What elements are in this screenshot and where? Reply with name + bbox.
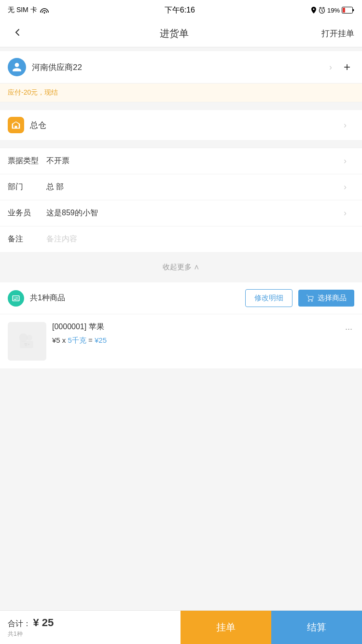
- product-section: 共1种商品 修改明细 选择商品 管+ [0000001] 苹果 ¥5: [0, 282, 362, 368]
- collapse-bar[interactable]: 收起更多 ∧: [0, 256, 362, 279]
- supplier-row[interactable]: 河南供应商22 › +: [0, 51, 362, 84]
- remark-input[interactable]: 备注内容: [46, 234, 354, 244]
- cart-icon: [306, 294, 315, 302]
- alarm-icon: [319, 7, 325, 14]
- svg-point-3: [19, 334, 28, 342]
- supplier-chevron: ›: [329, 62, 332, 72]
- divider-3: [0, 144, 362, 148]
- nav-bar: 进货单 打开挂单: [0, 20, 362, 47]
- invoice-label: 票据类型: [8, 156, 46, 166]
- supplier-section: 河南供应商22 › + 应付-20元，现结: [0, 51, 362, 102]
- product-name: [0000001] 苹果: [52, 322, 337, 332]
- page-title: 进货单: [160, 27, 189, 40]
- supplier-name: 河南供应商22: [32, 62, 329, 73]
- total-row: 合计： ¥ 25: [8, 616, 173, 629]
- dept-value: 总 部: [46, 182, 344, 192]
- divider-2: [0, 106, 362, 110]
- product-more-button[interactable]: ···: [343, 322, 354, 336]
- hold-button[interactable]: 挂单: [181, 611, 271, 644]
- divider-1: [0, 47, 362, 51]
- invoice-row[interactable]: 票据类型 不开票 ›: [0, 148, 362, 174]
- total-label: 合计：: [8, 619, 31, 628]
- total-section: 合计： ¥ 25 共1种: [0, 616, 181, 638]
- svg-point-4: [27, 335, 32, 341]
- remark-row[interactable]: 备注 备注内容: [0, 226, 362, 252]
- bottom-bar: 合计： ¥ 25 共1种 挂单 结算: [0, 610, 362, 644]
- form-section: 票据类型 不开票 › 部门 总 部 › 业务员 这是859的小智 › 备注 备注…: [0, 148, 362, 252]
- product-qty: 5千克: [68, 336, 86, 344]
- product-thumbnail: 管+: [8, 322, 46, 361]
- sales-value: 这是859的小智: [46, 208, 344, 218]
- total-count: 共1种: [8, 630, 173, 638]
- svg-rect-2: [343, 8, 345, 13]
- status-bar: 无 SIM 卡 下午6:16 19%: [0, 0, 362, 20]
- product-count: 共1种商品: [30, 293, 239, 303]
- product-price: ¥5 x 5千克 = ¥25: [52, 336, 337, 345]
- dept-row[interactable]: 部门 总 部 ›: [0, 174, 362, 200]
- total-amount: ¥ 25: [33, 616, 54, 629]
- invoice-value: 不开票: [46, 156, 344, 166]
- product-total: ¥25: [95, 336, 107, 344]
- wifi-icon: [40, 7, 49, 14]
- battery-percent: 19%: [327, 7, 340, 14]
- select-product-button[interactable]: 选择商品: [298, 290, 354, 307]
- warehouse-section: 总仓 ›: [0, 110, 362, 140]
- warehouse-name: 总仓: [30, 120, 344, 131]
- add-supplier-button[interactable]: +: [340, 58, 354, 76]
- product-item: 管+ [0000001] 苹果 ¥5 x 5千克 = ¥25 ···: [0, 314, 362, 368]
- product-icon: [8, 290, 24, 307]
- status-time: 下午6:16: [165, 5, 195, 15]
- invoice-chevron: ›: [344, 156, 347, 166]
- warehouse-chevron: ›: [344, 120, 347, 130]
- sales-row[interactable]: 业务员 这是859的小智 ›: [0, 200, 362, 226]
- select-product-label: 选择商品: [318, 294, 347, 303]
- collapse-label: 收起更多 ∧: [163, 263, 199, 272]
- product-header: 共1种商品 修改明细 选择商品: [0, 282, 362, 314]
- warehouse-row[interactable]: 总仓 ›: [0, 110, 362, 140]
- dept-label: 部门: [8, 182, 46, 192]
- settle-button[interactable]: 结算: [271, 611, 362, 644]
- modify-detail-button[interactable]: 修改明细: [245, 289, 292, 307]
- status-carrier: 无 SIM 卡: [8, 6, 49, 14]
- product-code: [0000001]: [52, 322, 86, 331]
- location-icon: [311, 7, 317, 14]
- sales-chevron: ›: [344, 208, 347, 218]
- status-right: 19%: [311, 7, 354, 14]
- back-button[interactable]: [8, 23, 27, 45]
- warehouse-icon: [8, 117, 24, 133]
- open-hold-button[interactable]: 打开挂单: [321, 28, 354, 39]
- sales-label: 业务员: [8, 208, 46, 218]
- product-title: 苹果: [89, 322, 104, 331]
- supplier-notice: 应付-20元，现结: [0, 84, 362, 102]
- svg-text:管+: 管+: [24, 343, 29, 346]
- battery-icon: [342, 7, 354, 14]
- remark-label: 备注: [8, 234, 46, 244]
- product-info: [0000001] 苹果 ¥5 x 5千克 = ¥25: [52, 322, 337, 345]
- dept-chevron: ›: [344, 182, 347, 192]
- supplier-avatar: [8, 58, 26, 76]
